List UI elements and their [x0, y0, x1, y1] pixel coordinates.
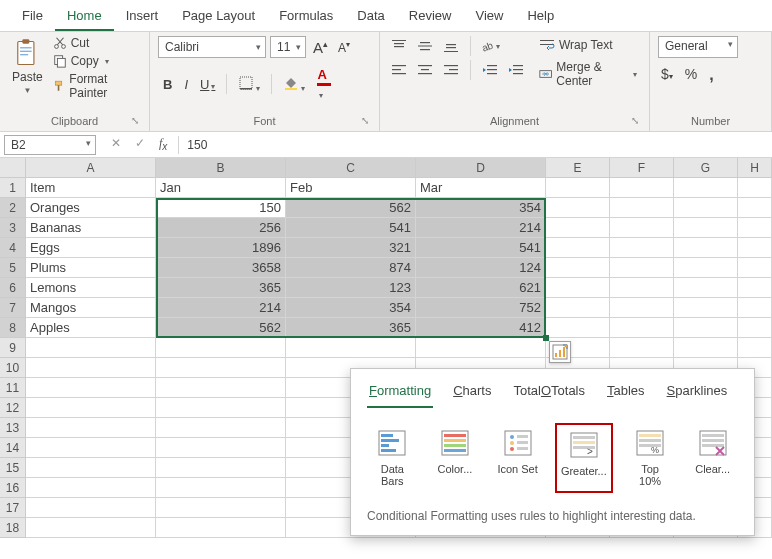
tab-insert[interactable]: Insert — [114, 4, 171, 31]
cell-F1[interactable] — [610, 178, 674, 198]
cancel-formula-button[interactable]: ✕ — [108, 134, 124, 154]
cell-B6[interactable]: 365 — [156, 278, 286, 298]
cell-F9[interactable] — [610, 338, 674, 358]
cell-B10[interactable] — [156, 358, 286, 378]
cell-A17[interactable] — [26, 498, 156, 518]
cell-E5[interactable] — [546, 258, 610, 278]
formula-input[interactable]: 150 — [178, 136, 772, 154]
row-header-4[interactable]: 4 — [0, 238, 26, 258]
qa-item-color[interactable]: Color... — [430, 423, 481, 493]
cell-C6[interactable]: 123 — [286, 278, 416, 298]
select-all-corner[interactable] — [0, 158, 26, 178]
column-header-D[interactable]: D — [416, 158, 546, 178]
tab-review[interactable]: Review — [397, 4, 464, 31]
row-header-12[interactable]: 12 — [0, 398, 26, 418]
quick-analysis-button[interactable] — [549, 341, 571, 363]
qa-item-databars[interactable]: Data Bars — [367, 423, 418, 493]
cell-H8[interactable] — [738, 318, 772, 338]
column-header-F[interactable]: F — [610, 158, 674, 178]
cell-F7[interactable] — [610, 298, 674, 318]
row-header-15[interactable]: 15 — [0, 458, 26, 478]
cell-B17[interactable] — [156, 498, 286, 518]
increase-indent-button[interactable] — [505, 60, 527, 80]
cell-H7[interactable] — [738, 298, 772, 318]
column-header-H[interactable]: H — [738, 158, 772, 178]
qa-tab-tables[interactable]: Tables — [605, 379, 647, 408]
cell-D9[interactable] — [416, 338, 546, 358]
cell-D3[interactable]: 214 — [416, 218, 546, 238]
cell-E7[interactable] — [546, 298, 610, 318]
cell-C1[interactable]: Feb — [286, 178, 416, 198]
row-header-2[interactable]: 2 — [0, 198, 26, 218]
row-header-1[interactable]: 1 — [0, 178, 26, 198]
cell-B7[interactable]: 214 — [156, 298, 286, 318]
align-center-button[interactable] — [414, 60, 436, 80]
qa-item-clear[interactable]: Clear... — [687, 423, 738, 493]
accept-formula-button[interactable]: ✓ — [132, 134, 148, 154]
row-header-5[interactable]: 5 — [0, 258, 26, 278]
cell-H1[interactable] — [738, 178, 772, 198]
cell-A1[interactable]: Item — [26, 178, 156, 198]
font-color-button[interactable]: A — [312, 64, 336, 104]
comma-button[interactable]: , — [706, 64, 716, 86]
cell-D6[interactable]: 621 — [416, 278, 546, 298]
cell-G5[interactable] — [674, 258, 738, 278]
cell-B16[interactable] — [156, 478, 286, 498]
cell-D5[interactable]: 124 — [416, 258, 546, 278]
align-middle-button[interactable] — [414, 36, 436, 56]
cell-C2[interactable]: 562 — [286, 198, 416, 218]
font-name-select[interactable]: Calibri — [158, 36, 266, 58]
cell-A12[interactable] — [26, 398, 156, 418]
cell-A4[interactable]: Eggs — [26, 238, 156, 258]
cell-H9[interactable] — [738, 338, 772, 358]
qa-tab-sparklines[interactable]: Sparklines — [665, 379, 730, 408]
cell-B12[interactable] — [156, 398, 286, 418]
format-painter-button[interactable]: Format Painter — [53, 72, 141, 100]
row-header-7[interactable]: 7 — [0, 298, 26, 318]
cell-A7[interactable]: Mangos — [26, 298, 156, 318]
cell-H6[interactable] — [738, 278, 772, 298]
align-left-button[interactable] — [388, 60, 410, 80]
cell-G8[interactable] — [674, 318, 738, 338]
cell-D7[interactable]: 752 — [416, 298, 546, 318]
align-top-button[interactable] — [388, 36, 410, 56]
cell-A3[interactable]: Bananas — [26, 218, 156, 238]
cell-G1[interactable] — [674, 178, 738, 198]
dialog-launcher-icon[interactable]: ⤡ — [629, 115, 641, 127]
cell-B14[interactable] — [156, 438, 286, 458]
cell-A11[interactable] — [26, 378, 156, 398]
cell-E2[interactable] — [546, 198, 610, 218]
column-header-A[interactable]: A — [26, 158, 156, 178]
cell-A16[interactable] — [26, 478, 156, 498]
tab-view[interactable]: View — [463, 4, 515, 31]
cell-A14[interactable] — [26, 438, 156, 458]
cell-E4[interactable] — [546, 238, 610, 258]
row-header-14[interactable]: 14 — [0, 438, 26, 458]
row-header-8[interactable]: 8 — [0, 318, 26, 338]
cell-D1[interactable]: Mar — [416, 178, 546, 198]
qa-item-greater[interactable]: >Greater... — [555, 423, 613, 493]
wrap-text-button[interactable]: Wrap Text — [535, 36, 641, 54]
cell-A18[interactable] — [26, 518, 156, 538]
cell-F5[interactable] — [610, 258, 674, 278]
cell-E3[interactable] — [546, 218, 610, 238]
cell-D8[interactable]: 412 — [416, 318, 546, 338]
cell-D4[interactable]: 541 — [416, 238, 546, 258]
row-header-10[interactable]: 10 — [0, 358, 26, 378]
font-size-select[interactable]: 11 — [270, 36, 306, 58]
column-header-B[interactable]: B — [156, 158, 286, 178]
borders-button[interactable] — [233, 72, 265, 97]
dialog-launcher-icon[interactable]: ⤡ — [129, 115, 141, 127]
tab-home[interactable]: Home — [55, 4, 114, 31]
cell-F8[interactable] — [610, 318, 674, 338]
cell-F4[interactable] — [610, 238, 674, 258]
cell-A10[interactable] — [26, 358, 156, 378]
increase-font-button[interactable]: A▴ — [310, 37, 331, 58]
merge-center-button[interactable]: Merge & Center ▾ — [535, 58, 641, 90]
cell-G6[interactable] — [674, 278, 738, 298]
orientation-button[interactable]: ab▾ — [479, 36, 501, 56]
column-header-G[interactable]: G — [674, 158, 738, 178]
italic-button[interactable]: I — [179, 74, 193, 95]
name-box[interactable]: B2 — [4, 135, 96, 155]
fill-color-button[interactable] — [278, 72, 310, 97]
